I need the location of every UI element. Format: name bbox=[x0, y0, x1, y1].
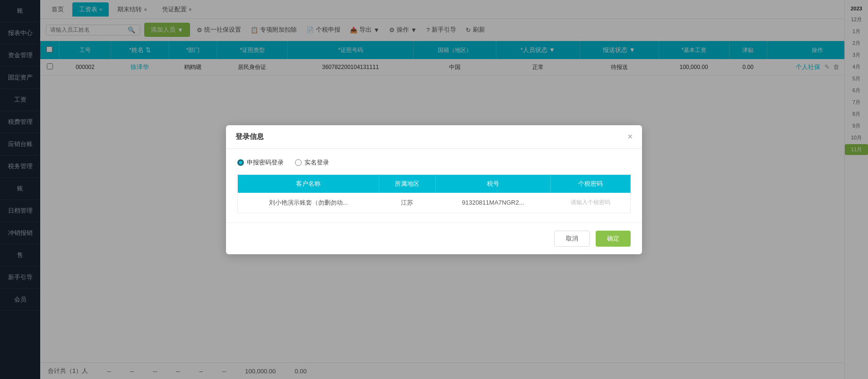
dialog-title: 登录信息 bbox=[235, 132, 264, 141]
password-placeholder-text: 请输入个税密码 bbox=[571, 199, 610, 206]
dialog-col-password: 个税密码 bbox=[550, 174, 630, 193]
confirm-button[interactable]: 确定 bbox=[596, 231, 631, 247]
dialog-footer: 取消 确定 bbox=[226, 223, 642, 254]
client-info-table: 客户名称 所属地区 税号 个税密码 刘小艳演示账套（勿删勿动... 江苏 913… bbox=[237, 174, 631, 213]
dialog-overlay: 登录信息 × 申报密码登录 实名登录 客户名称 所属地区 bbox=[0, 0, 868, 379]
dialog-close-button[interactable]: × bbox=[627, 132, 633, 142]
dialog-cell-region: 江苏 bbox=[379, 193, 435, 213]
dialog-cell-client-name: 刘小艳演示账套（勿删勿动... bbox=[238, 193, 379, 213]
cancel-button[interactable]: 取消 bbox=[554, 231, 590, 247]
dialog-col-region: 所属地区 bbox=[379, 174, 435, 193]
dialog-cell-tax-id: 91320811MA7NGR2... bbox=[435, 193, 550, 213]
radio-realname-login[interactable]: 实名登录 bbox=[295, 158, 329, 167]
dialog-col-client-name: 客户名称 bbox=[238, 174, 379, 193]
dialog-col-tax-id: 税号 bbox=[435, 174, 550, 193]
dialog-body: 申报密码登录 实名登录 客户名称 所属地区 税号 个税密码 bbox=[226, 149, 642, 223]
dialog-header: 登录信息 × bbox=[226, 125, 642, 149]
radio-password-login[interactable]: 申报密码登录 bbox=[237, 158, 284, 167]
radio-password-input[interactable] bbox=[237, 159, 244, 166]
dialog-cell-password: 请输入个税密码 bbox=[550, 193, 630, 213]
login-type-radio-group: 申报密码登录 实名登录 bbox=[237, 158, 631, 167]
login-dialog: 登录信息 × 申报密码登录 实名登录 客户名称 所属地区 bbox=[226, 125, 642, 254]
radio-realname-input[interactable] bbox=[295, 159, 302, 166]
radio-password-label: 申报密码登录 bbox=[247, 158, 284, 167]
dialog-table-row: 刘小艳演示账套（勿删勿动... 江苏 91320811MA7NGR2... 请输… bbox=[238, 193, 631, 213]
radio-realname-label: 实名登录 bbox=[304, 158, 329, 167]
